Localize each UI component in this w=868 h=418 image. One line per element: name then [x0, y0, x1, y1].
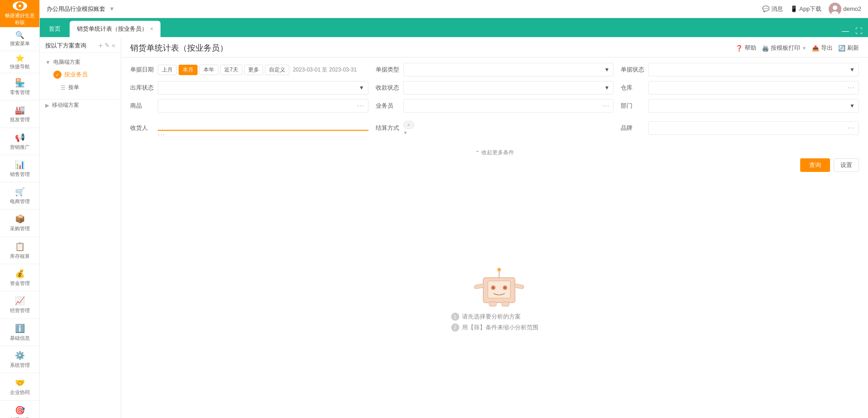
- search-menu[interactable]: 🔍 搜索菜单: [0, 27, 39, 51]
- date-more-btn[interactable]: 更多: [244, 65, 263, 75]
- retail-label: 零售管理: [10, 89, 30, 95]
- department-select[interactable]: ▼: [648, 99, 859, 113]
- date-this-month-btn[interactable]: 本月: [179, 65, 198, 75]
- warehouse-select[interactable]: ···: [648, 81, 859, 95]
- scheme-sub-item-order[interactable]: ☰ 按单: [40, 81, 121, 94]
- empty-state: 1 请先选择要分析的方案 2 用【筛】条件来缩小分析范围: [451, 262, 538, 332]
- scheme-item-salesperson[interactable]: ✓ 按业务员: [40, 68, 121, 81]
- department-label: 部门: [621, 102, 646, 110]
- logo-icon: [13, 1, 27, 10]
- tab-home[interactable]: 首页: [42, 21, 68, 37]
- chip-close-btn[interactable]: ×: [407, 122, 410, 128]
- hint-item-1: 1 请先选择要分析的方案: [451, 313, 538, 321]
- user-menu[interactable]: demo2: [829, 3, 861, 15]
- collapse-btn[interactable]: ⌃ 收起更多条件: [470, 147, 519, 158]
- scheme-panel-title: 按以下方案查询: [45, 42, 86, 50]
- sidebar-item-sales[interactable]: 📊 销售管理: [0, 155, 39, 182]
- sidebar-item-collab[interactable]: 🤝 企业协同: [0, 373, 39, 400]
- dropdown-arrow[interactable]: ▼: [109, 5, 115, 12]
- message-btn[interactable]: 💬 消息: [762, 5, 783, 13]
- pay-status-select[interactable]: ▼: [403, 81, 614, 95]
- goods-dots: ···: [357, 102, 364, 110]
- tab-close-icon[interactable]: ×: [150, 26, 153, 32]
- pc-scheme-header[interactable]: ▼ 电脑端方案: [40, 57, 121, 68]
- svg-point-11: [497, 268, 501, 271]
- sidebar-item-retail[interactable]: 🏪 零售管理: [0, 73, 39, 100]
- search-label: 搜索菜单: [10, 40, 30, 47]
- sidebar-item-finance[interactable]: 💰 资金管理: [0, 264, 39, 291]
- mobile-scheme-section[interactable]: ▶ 移动端方案: [40, 99, 121, 111]
- sidebar-item-inventory[interactable]: 📋 库存核算: [0, 237, 39, 264]
- page-title: 销货单统计表（按业务员）: [130, 43, 228, 53]
- nav-label: 快捷导航: [10, 63, 30, 70]
- salesperson-select[interactable]: ···: [403, 99, 614, 113]
- goods-filter: 商品 ···: [130, 99, 368, 113]
- refresh-icon: 🔄: [838, 45, 845, 52]
- app-download-btn[interactable]: 📱 App下载: [790, 5, 821, 13]
- query-btn[interactable]: 查询: [800, 158, 830, 172]
- settle-control: × ▼: [403, 121, 614, 136]
- export-btn[interactable]: 📤 导出: [812, 44, 833, 52]
- doc-status-select[interactable]: ▼: [648, 63, 859, 76]
- pay-status-filter: 收款状态 ▼: [376, 81, 614, 95]
- collapse-label: 收起更多条件: [481, 149, 514, 157]
- date-last-month-btn[interactable]: 上月: [158, 65, 177, 75]
- sidebar-item-marketing[interactable]: 📢 营销推广: [0, 128, 39, 155]
- tab-bar-right: — ⛶: [840, 25, 868, 37]
- sidebar-item-basic[interactable]: ℹ️ 基础信息: [0, 319, 39, 346]
- sidebar-item-operation[interactable]: 📈 经营管理: [0, 291, 39, 318]
- settle-label: 结算方式: [376, 124, 401, 132]
- help-btn[interactable]: ❓ 帮助: [736, 44, 756, 52]
- date-custom-btn[interactable]: 自定义: [265, 65, 289, 75]
- goods-select[interactable]: ···: [158, 99, 368, 113]
- scheme-collapse-btn[interactable]: «: [112, 42, 115, 50]
- page-header-actions: ❓ 帮助 🖨️ 按模板打印 ▼ 📤 导出 🔄 刷新: [736, 44, 859, 52]
- brand-select[interactable]: ···: [648, 121, 859, 135]
- sidebar-item-system[interactable]: ⚙️ 系统管理: [0, 346, 39, 373]
- main-content: 办公用品行业模拟账套 ▼ 💬 消息 📱 App下载 demo2 首页: [40, 0, 868, 418]
- department-control: ▼: [648, 99, 859, 113]
- hint-text-2: 用【筛】条件来缩小分析范围: [462, 323, 538, 332]
- date-buttons: 上月 本月 本年 近7天 更多 自定义 2023-03-01 至 2023-03…: [158, 65, 368, 75]
- svg-rect-13: [514, 284, 524, 289]
- scheme-edit-btn[interactable]: ✎: [104, 42, 110, 50]
- topbar-left: 办公用品行业模拟账套 ▼: [47, 5, 115, 13]
- purchase-label: 采购管理: [10, 225, 30, 232]
- warehouse-control: ···: [648, 81, 859, 95]
- consignee-dots[interactable]: ···: [158, 131, 165, 138]
- date-this-year-btn[interactable]: 本年: [199, 65, 218, 75]
- tab-active[interactable]: 销货单统计表（按业务员） ×: [70, 21, 160, 37]
- sidebar-item-ecommerce[interactable]: 🛒 电商管理: [0, 182, 39, 209]
- doc-type-select[interactable]: ▼: [403, 63, 614, 76]
- tab-min-icon[interactable]: —: [840, 25, 851, 37]
- date-label: 单据日期: [130, 66, 155, 74]
- consignee-input[interactable]: [158, 117, 368, 131]
- stock-status-select[interactable]: ▼: [158, 81, 368, 95]
- sidebar-item-wholesale[interactable]: 🏭 批发管理: [0, 100, 39, 128]
- scheme-panel-header: 按以下方案查询 + ✎ «: [40, 37, 121, 53]
- export-label: 导出: [821, 44, 833, 52]
- basic-label: 基础信息: [10, 335, 30, 341]
- print-btn[interactable]: 🖨️ 按模板打印 ▼: [762, 44, 807, 52]
- settle-arrow[interactable]: ▼: [403, 130, 408, 135]
- ecommerce-label: 电商管理: [10, 198, 30, 204]
- topbar: 办公用品行业模拟账套 ▼ 💬 消息 📱 App下载 demo2: [40, 0, 868, 18]
- pc-scheme-label: 电脑端方案: [53, 58, 80, 66]
- sidebar-item-guide[interactable]: 🎯 新手引导: [0, 401, 39, 418]
- settings-btn[interactable]: 设置: [834, 158, 859, 172]
- sidebar-item-purchase[interactable]: 📦 采购管理: [0, 209, 39, 237]
- tab-bar: 首页 销货单统计表（按业务员） × — ⛶: [40, 18, 868, 37]
- export-icon: 📤: [812, 45, 819, 52]
- inventory-icon: 📋: [15, 242, 25, 252]
- department-arrow: ▼: [849, 103, 855, 109]
- salesperson-filter: 业务员 ···: [376, 99, 614, 113]
- quick-nav[interactable]: ⭐ 快捷导航: [0, 51, 39, 73]
- scheme-add-btn[interactable]: +: [99, 42, 103, 50]
- refresh-btn[interactable]: 🔄 刷新: [838, 44, 859, 52]
- guide-label: 新手引导: [10, 417, 30, 418]
- stock-status-label: 出库状态: [130, 84, 155, 92]
- date-last7-btn[interactable]: 近7天: [220, 65, 242, 75]
- settle-chip[interactable]: ×: [403, 121, 414, 129]
- action-bar: 查询 设置: [121, 158, 868, 176]
- tab-max-icon[interactable]: ⛶: [854, 25, 864, 37]
